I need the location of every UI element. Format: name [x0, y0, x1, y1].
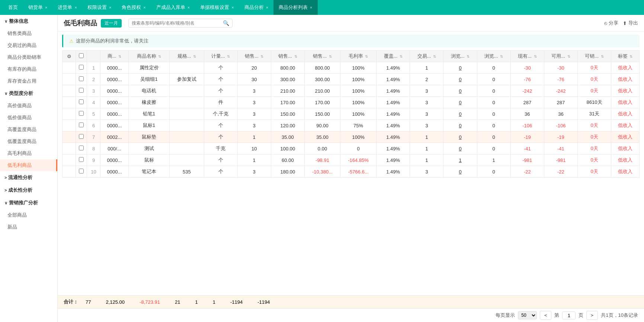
row-checkbox[interactable]	[79, 122, 84, 127]
rownum-cell: 8	[87, 143, 100, 154]
browse1-cell[interactable]: 0	[443, 74, 477, 85]
main-layout: ∨整体信息销售类商品交易过的商品商品分类助销率有库存的商品库存资金占用∨类型度分…	[0, 15, 644, 322]
row-checkbox[interactable]	[79, 99, 84, 104]
sidebar-item-高覆盖度商品[interactable]: 高覆盖度商品	[0, 124, 57, 136]
time-filter-button[interactable]: 近一月	[101, 19, 122, 28]
checkbox-cell[interactable]	[76, 74, 87, 85]
sidebar-group-整体信息[interactable]: ∨整体信息	[0, 15, 57, 28]
browse1-cell[interactable]: 0	[443, 143, 477, 154]
sidebar-item-低毛利商品[interactable]: 低毛利商品	[0, 159, 57, 171]
gross-rate-cell: 0	[340, 143, 377, 154]
sidebar-item-全部商品[interactable]: 全部商品	[0, 209, 57, 221]
per-page-select[interactable]: 50 100 200	[518, 311, 537, 319]
prev-page-button[interactable]: ＜	[540, 311, 551, 320]
checkbox-cell[interactable]	[76, 131, 87, 143]
nav-item-商品分析列表[interactable]: 商品分析列表×	[273, 0, 317, 15]
next-page-button[interactable]: ＞	[586, 311, 598, 320]
nav-close-icon[interactable]: ×	[231, 5, 234, 10]
sales-price-cell: 35.00	[271, 131, 304, 143]
browse1-cell[interactable]: 0	[443, 85, 477, 97]
trade-count-cell: 1	[410, 131, 443, 143]
sales-qty-cell: 20	[237, 62, 271, 74]
nav-item-销货单[interactable]: 销货单×	[23, 0, 52, 15]
nav-item-权限设置[interactable]: 权限设置×	[82, 0, 116, 15]
checkbox-cell[interactable]	[76, 143, 87, 154]
checkbox-cell[interactable]	[76, 62, 87, 74]
nav-item-产成品入库单[interactable]: 产成品入库单×	[151, 0, 195, 15]
export-button[interactable]: ⬆ 导出	[623, 20, 638, 26]
sales-qty-col-header: 销售... ⇅	[237, 51, 271, 62]
top-nav: 首页销货单×进货单×权限设置×角色授权×产成品入库单×单据模板设置×商品分析×商…	[0, 0, 644, 15]
row-checkbox[interactable]	[79, 76, 84, 81]
browse1-cell[interactable]: 0	[443, 131, 477, 143]
browse1-cell[interactable]: 1	[443, 154, 477, 166]
search-input[interactable]	[132, 20, 223, 26]
gross-rate-cell: -5766.6...	[340, 166, 377, 178]
sidebar-group-类型度分析[interactable]: ∨类型度分析	[0, 87, 57, 100]
browse1-cell[interactable]: 0	[443, 97, 477, 108]
checkbox-cell[interactable]	[76, 97, 87, 108]
search-icon[interactable]: 🔍	[223, 20, 229, 26]
sidebar-group-流通性分析[interactable]: >流通性分析	[0, 171, 57, 184]
saleable-cell: 0天	[578, 74, 611, 85]
settings-col-header[interactable]: ⚙	[63, 51, 76, 62]
nav-item-首页[interactable]: 首页	[3, 0, 23, 15]
name-cell: 鼠标	[128, 154, 169, 166]
checkbox-cell[interactable]	[76, 108, 87, 120]
share-button[interactable]: ⎋ 分享	[604, 20, 618, 26]
sidebar-item-商品分类助销率[interactable]: 商品分类助销率	[0, 51, 57, 63]
sidebar-item-高价值商品[interactable]: 高价值商品	[0, 100, 57, 112]
select-all-checkbox[interactable]	[79, 53, 84, 58]
browse1-cell[interactable]: 0	[443, 166, 477, 178]
row-checkbox[interactable]	[79, 146, 84, 150]
sidebar-item-新品[interactable]: 新品	[0, 221, 57, 233]
sidebar-group-成长性分析[interactable]: >成长性分析	[0, 184, 57, 197]
row-checkbox[interactable]	[79, 65, 84, 70]
sidebar-item-库存资金占用[interactable]: 库存资金占用	[0, 75, 57, 87]
nav-close-icon[interactable]: ×	[74, 5, 77, 10]
browse1-cell[interactable]: 0	[443, 108, 477, 120]
name-col-header: 商品名称 ⇅	[128, 51, 169, 62]
cover-rate-cell: 1.49%	[377, 85, 410, 97]
nav-close-icon[interactable]: ×	[45, 5, 47, 10]
nav-item-商品分析[interactable]: 商品分析×	[239, 0, 273, 15]
page-number-input[interactable]	[562, 312, 576, 319]
row-checkbox[interactable]	[79, 157, 84, 162]
saleable-cell: 0天	[578, 166, 611, 178]
table-row: 10 0000... 笔记本 535 个 3 180.00 -10,380...…	[63, 166, 640, 178]
checkbox-cell[interactable]	[76, 166, 87, 178]
nav-close-icon[interactable]: ×	[310, 5, 312, 10]
checkbox-cell[interactable]	[76, 120, 87, 131]
nav-close-icon[interactable]: ×	[143, 5, 145, 10]
sidebar-item-高毛利商品[interactable]: 高毛利商品	[0, 147, 57, 159]
cover-rate-cell: 1.49%	[377, 143, 410, 154]
current-stock-cell: -242	[510, 85, 544, 97]
unit-cell: 件	[204, 97, 237, 108]
checkbox-cell[interactable]	[76, 154, 87, 166]
nav-item-进货单[interactable]: 进货单×	[52, 0, 82, 15]
sidebar-group-营销推广分析[interactable]: ∨营销推广分析	[0, 197, 57, 209]
nav-close-icon[interactable]: ×	[188, 5, 190, 10]
nav-item-角色授权[interactable]: 角色授权×	[116, 0, 151, 15]
browse1-cell[interactable]: 0	[443, 62, 477, 74]
browse1-cell[interactable]: 0	[443, 120, 477, 131]
sidebar-item-低覆盖度商品[interactable]: 低覆盖度商品	[0, 136, 57, 147]
sidebar-item-有库存的商品[interactable]: 有库存的商品	[0, 63, 57, 75]
unit-cell: 个	[204, 85, 237, 97]
table-row: 9 0000... 鼠标 个 1 60.00 -98.91 -164.85% 1…	[63, 154, 640, 166]
row-checkbox[interactable]	[79, 111, 84, 116]
checkbox-cell[interactable]	[76, 85, 87, 97]
row-checkbox[interactable]	[79, 88, 84, 93]
nav-close-icon[interactable]: ×	[109, 5, 111, 10]
sidebar-item-低价值商品[interactable]: 低价值商品	[0, 112, 57, 124]
tag-cell: 低收入	[611, 166, 640, 178]
sidebar-item-销售类商品[interactable]: 销售类商品	[0, 28, 57, 39]
sidebar-item-交易过的商品[interactable]: 交易过的商品	[0, 39, 57, 51]
available-cell: 36	[544, 108, 577, 120]
gross-rate-cell: 75%	[340, 120, 377, 131]
row-checkbox[interactable]	[79, 169, 84, 173]
nav-close-icon[interactable]: ×	[266, 5, 268, 10]
settings-cell	[63, 143, 76, 154]
nav-item-单据模板设置[interactable]: 单据模板设置×	[195, 0, 239, 15]
row-checkbox[interactable]	[79, 134, 84, 139]
